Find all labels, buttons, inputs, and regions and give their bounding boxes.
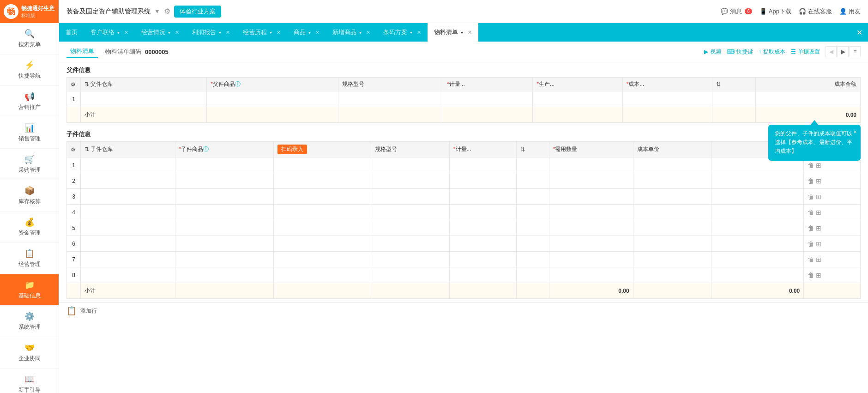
- tab-2[interactable]: 经营情况▾✕: [135, 23, 186, 42]
- child-row-extra-3[interactable]: [517, 205, 549, 220]
- child-row-extra-4[interactable]: [517, 220, 549, 236]
- child-row-scan-6[interactable]: [273, 252, 371, 267]
- delete-icon-6[interactable]: 🗑: [808, 256, 814, 263]
- tab-5[interactable]: 商品▾✕: [287, 23, 326, 42]
- extract-cost-action[interactable]: ↑ 提取成本: [759, 48, 785, 56]
- single-settings-action[interactable]: ☰ 单据设置: [791, 48, 820, 56]
- app-download-action[interactable]: 📱 App下载: [760, 7, 791, 16]
- child-row-spec-3[interactable]: [371, 205, 450, 220]
- tab-close-2[interactable]: ✕: [175, 30, 179, 36]
- child-row-warehouse-7[interactable]: [81, 267, 175, 283]
- child-row-quantity-7[interactable]: [549, 267, 633, 283]
- child-row-warehouse-4[interactable]: [81, 220, 175, 236]
- child-row-unit-3[interactable]: [449, 205, 516, 220]
- child-row-spec-1[interactable]: [371, 173, 450, 189]
- copy-icon-3[interactable]: ⊞: [816, 209, 821, 216]
- child-row-extra-7[interactable]: [517, 267, 549, 283]
- child-row-unit-cost-2[interactable]: [633, 189, 711, 205]
- child-product-info-icon[interactable]: ⓘ: [203, 146, 209, 152]
- parent-row-warehouse[interactable]: [81, 91, 207, 107]
- child-row-scan-4[interactable]: [273, 220, 371, 236]
- child-row-product-1[interactable]: [175, 173, 273, 189]
- tab-close-6[interactable]: ✕: [366, 30, 370, 36]
- child-row-scan-7[interactable]: [273, 267, 371, 283]
- child-row-product-6[interactable]: [175, 252, 273, 267]
- nav-next-btn[interactable]: ▶: [838, 46, 849, 57]
- product-info-icon[interactable]: ⓘ: [235, 81, 241, 87]
- copy-icon-4[interactable]: ⊞: [816, 224, 821, 232]
- child-row-unit-cost-5[interactable]: [633, 236, 711, 252]
- child-row-product-7[interactable]: [175, 267, 273, 283]
- tab-close-1[interactable]: ✕: [124, 30, 128, 36]
- tab-6[interactable]: 新增商品▾✕: [326, 23, 377, 42]
- sidebar-item-8[interactable]: 📁基础信息: [0, 274, 59, 306]
- copy-icon-0[interactable]: ⊞: [816, 162, 821, 169]
- tab-close-5[interactable]: ✕: [315, 30, 319, 36]
- child-row-warehouse-6[interactable]: [81, 252, 175, 267]
- child-row-spec-6[interactable]: [371, 252, 450, 267]
- child-row-spec-2[interactable]: [371, 189, 450, 205]
- child-row-extra-1[interactable]: [517, 173, 549, 189]
- child-row-unit-0[interactable]: [449, 157, 516, 173]
- tab-0[interactable]: 首页: [59, 23, 84, 42]
- sidebar-item-0[interactable]: 🔍搜索菜单: [0, 23, 59, 54]
- delete-icon-4[interactable]: 🗑: [808, 224, 814, 232]
- sidebar-item-11[interactable]: 📖新手引导: [0, 369, 59, 393]
- delete-icon-0[interactable]: 🗑: [808, 162, 814, 169]
- parent-row-unit[interactable]: [443, 91, 533, 107]
- parent-row-cost[interactable]: [622, 91, 712, 107]
- child-row-unit-7[interactable]: [449, 267, 516, 283]
- child-row-quantity-3[interactable]: [549, 205, 633, 220]
- child-row-unit-6[interactable]: [449, 252, 516, 267]
- copy-icon-6[interactable]: ⊞: [816, 256, 821, 263]
- dropdown-arrow-icon[interactable]: ▼: [154, 8, 160, 15]
- child-row-product-5[interactable]: [175, 236, 273, 252]
- tab-1[interactable]: 客户联络▾✕: [84, 23, 135, 42]
- child-row-unit-2[interactable]: [449, 189, 516, 205]
- message-action[interactable]: 💬 消息 6: [721, 7, 752, 16]
- child-row-unit-cost-7[interactable]: [633, 267, 711, 283]
- trial-button[interactable]: 体验行业方案: [174, 6, 221, 18]
- parent-row-spec[interactable]: [338, 91, 443, 107]
- sidebar-item-5[interactable]: 📦库存核算: [0, 180, 59, 212]
- child-row-spec-7[interactable]: [371, 267, 450, 283]
- child-row-warehouse-2[interactable]: [81, 189, 175, 205]
- sub-tab-bill[interactable]: 物料清单: [66, 45, 98, 58]
- child-row-spec-5[interactable]: [371, 236, 450, 252]
- sidebar-item-7[interactable]: 📋经营管理: [0, 243, 59, 274]
- parent-row-product[interactable]: [207, 91, 338, 107]
- child-row-quantity-1[interactable]: [549, 173, 633, 189]
- tab-8[interactable]: 物料清单▾✕: [428, 23, 478, 42]
- tab-close-8[interactable]: ✕: [468, 30, 472, 36]
- nav-prev-btn[interactable]: ◀: [826, 46, 837, 57]
- tab-close-all[interactable]: ✕: [851, 28, 868, 37]
- sidebar-item-6[interactable]: 💰资金管理: [0, 212, 59, 243]
- child-row-extra-5[interactable]: [517, 236, 549, 252]
- child-row-unit-cost-0[interactable]: [633, 157, 711, 173]
- copy-icon-5[interactable]: ⊞: [816, 240, 821, 248]
- delete-icon-7[interactable]: 🗑: [808, 272, 814, 279]
- copy-icon-7[interactable]: ⊞: [816, 272, 821, 279]
- add-row-icon[interactable]: 📋: [66, 306, 77, 316]
- child-row-product-2[interactable]: [175, 189, 273, 205]
- child-row-scan-2[interactable]: [273, 189, 371, 205]
- child-row-scan-0[interactable]: [273, 157, 371, 173]
- copy-icon-2[interactable]: ⊞: [816, 193, 821, 200]
- child-row-product-4[interactable]: [175, 220, 273, 236]
- tab-7[interactable]: 条码方案▾✕: [377, 23, 428, 42]
- child-row-warehouse-0[interactable]: [81, 157, 175, 173]
- child-row-extra-0[interactable]: [517, 157, 549, 173]
- child-row-spec-0[interactable]: [371, 157, 450, 173]
- child-row-extra-2[interactable]: [517, 189, 549, 205]
- child-row-quantity-6[interactable]: [549, 252, 633, 267]
- child-row-product-3[interactable]: [175, 205, 273, 220]
- child-row-scan-3[interactable]: [273, 205, 371, 220]
- child-row-unit-cost-1[interactable]: [633, 173, 711, 189]
- tab-close-4[interactable]: ✕: [277, 30, 281, 36]
- delete-icon-2[interactable]: 🗑: [808, 193, 814, 200]
- child-row-unit-cost-3[interactable]: [633, 205, 711, 220]
- parent-col-settings[interactable]: ⚙: [67, 78, 81, 91]
- user-action[interactable]: 👤 用友: [839, 7, 861, 16]
- child-row-unit-5[interactable]: [449, 236, 516, 252]
- child-row-quantity-0[interactable]: [549, 157, 633, 173]
